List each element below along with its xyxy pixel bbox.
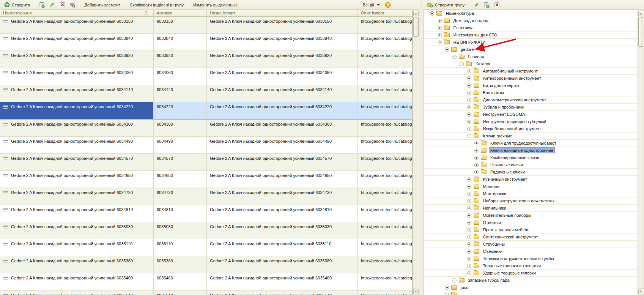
tree-toggle-icon[interactable] xyxy=(445,293,449,295)
tree-item[interactable]: juco xyxy=(424,284,638,291)
table-row[interactable]: Gedore 2 A Ключ накидной односторонний у… xyxy=(0,291,412,295)
tree-item[interactable]: Дом, сад и огород xyxy=(424,17,638,24)
tree-toggle-icon[interactable] xyxy=(467,221,471,225)
tree-item[interactable]: Динамометрический инструмент xyxy=(424,96,638,104)
copy-group-button[interactable] xyxy=(482,1,491,9)
tree-toggle-icon[interactable] xyxy=(438,19,442,23)
tree-toggle-icon[interactable] xyxy=(467,98,471,102)
tree-item[interactable]: Торцевые головки и трещотки xyxy=(424,262,638,270)
scroll-down-button[interactable]: ▼ xyxy=(413,289,419,294)
tree-toggle-icon[interactable] xyxy=(467,134,471,138)
tree-item[interactable]: Автомобильный инструмент xyxy=(424,68,638,75)
tree-item[interactable]: запасные губки, пара xyxy=(424,277,638,284)
tree-item[interactable]: Монтировки xyxy=(424,190,638,197)
create-group-button[interactable]: Створити групу xyxy=(425,1,467,9)
table-row[interactable]: Gedore 2 A Ключ накидной односторонний у… xyxy=(0,137,412,154)
tree-toggle-icon[interactable] xyxy=(445,286,449,290)
tree-toggle-icon[interactable] xyxy=(438,40,442,44)
tree-item[interactable]: Комбинированные ключи xyxy=(424,154,638,161)
table-row[interactable]: Gedore 2 A Ключ накидной односторонний у… xyxy=(0,273,412,290)
tree-toggle-icon[interactable] xyxy=(452,278,457,282)
edit-item-button[interactable] xyxy=(47,1,57,9)
tree-item[interactable]: Наборы инструментов в ложементах xyxy=(424,197,638,205)
tree-toggle-icon[interactable] xyxy=(467,242,471,246)
column-header-artikul[interactable]: Артикул xyxy=(154,10,207,16)
table-row[interactable]: Gedore 2 A Ключ накидной односторонний у… xyxy=(0,154,412,171)
tree-item[interactable]: Осветительные приборы xyxy=(424,212,638,219)
copy-item-button[interactable] xyxy=(37,1,46,9)
tree-toggle-icon[interactable] xyxy=(474,156,479,160)
tree-toggle-icon[interactable] xyxy=(467,185,471,189)
tree-item[interactable]: gedore xyxy=(424,46,638,53)
tree-toggle-icon[interactable] xyxy=(467,177,471,181)
tree-toggle-icon[interactable] xyxy=(467,271,471,275)
table-row[interactable]: Gedore 2 A Ключ накидной односторонний у… xyxy=(0,85,412,102)
tree-item[interactable]: Болторезы xyxy=(424,89,638,96)
table-row[interactable]: Gedore 2 A Ключ накидной односторонний у… xyxy=(0,17,412,34)
tree-item[interactable]: Ключи для труднодоступных мест xyxy=(424,140,638,147)
tree-item[interactable]: Тележки инструментальные и тумбы xyxy=(424,255,638,262)
tree-toggle-icon[interactable] xyxy=(474,163,479,167)
tree-toggle-icon[interactable] xyxy=(467,249,471,254)
tree-toggle-icon[interactable] xyxy=(438,26,442,30)
table-row[interactable]: Gedore 2 A Ключ накидной односторонний у… xyxy=(0,51,412,68)
scroll-thumb[interactable] xyxy=(413,17,419,37)
tree-item[interactable]: Ударные торцевые головки xyxy=(424,270,638,277)
scroll-up-button[interactable]: ▲ xyxy=(413,11,419,16)
tree-item[interactable]: Главная xyxy=(424,53,638,60)
tree-toggle-icon[interactable] xyxy=(460,62,464,66)
tree-item[interactable]: Струбцины xyxy=(424,241,638,248)
tree-toggle-icon[interactable] xyxy=(438,33,442,37)
column-header-import-desc[interactable]: Опис імпорт xyxy=(358,10,413,16)
scroll-up-button[interactable]: ▲ xyxy=(638,11,643,16)
barcode-search-button[interactable] xyxy=(68,1,77,9)
tree-item[interactable]: НЕ ВИГРУЖАТИ xyxy=(424,39,638,46)
tree-toggle-icon[interactable] xyxy=(467,235,471,239)
tree-toggle-icon[interactable] xyxy=(467,120,471,124)
tree-toggle-icon[interactable] xyxy=(467,213,471,218)
tree-item[interactable]: Ключи накидные односторонние xyxy=(424,147,638,154)
edit-selected-button[interactable]: Изменить выделенные xyxy=(191,2,240,8)
tree-item[interactable]: Накидные ключи xyxy=(424,161,638,169)
create-button[interactable]: Створити xyxy=(2,1,32,9)
tree-toggle-icon[interactable] xyxy=(467,69,471,73)
tree-toggle-icon[interactable] xyxy=(445,47,449,52)
delete-group-button[interactable] xyxy=(492,1,501,9)
tree-item[interactable]: Промышленная мебель xyxy=(424,226,638,233)
table-row[interactable]: Gedore 2 A Ключ накидной односторонний у… xyxy=(0,239,412,256)
table-row[interactable]: Gedore 2 A Ключ накидной односторонний у… xyxy=(0,222,412,239)
tree-toggle-icon[interactable] xyxy=(467,84,471,88)
tree-item[interactable]: Съемники xyxy=(424,248,638,255)
tree-toggle-icon[interactable] xyxy=(467,76,471,80)
tree-item[interactable]: Електрика xyxy=(424,24,638,32)
column-header-import-name[interactable]: Назва імпорт xyxy=(207,10,358,16)
tree-item[interactable]: Инструменты для СТО xyxy=(424,32,638,39)
table-row[interactable]: Gedore 2 A Ключ накидной односторонний у… xyxy=(0,256,412,273)
tree-toggle-icon[interactable] xyxy=(467,127,471,131)
tree-item[interactable]: Отвертки xyxy=(424,219,638,226)
tree-item[interactable]: Антикоррозийный инструмент xyxy=(424,75,638,82)
all-actions-button[interactable]: Всі дії xyxy=(361,2,382,8)
tree-toggle-icon[interactable] xyxy=(467,192,471,196)
tree-toggle-icon[interactable] xyxy=(467,199,471,203)
tree-toggle-icon[interactable] xyxy=(474,170,479,174)
tree-item[interactable]: Каталог xyxy=(424,60,638,68)
tree-toggle-icon[interactable] xyxy=(474,141,479,145)
tree-item[interactable]: Напильники xyxy=(424,205,638,212)
add-element-button[interactable]: Добавить элемент xyxy=(82,2,122,8)
tree-toggle-icon[interactable] xyxy=(467,257,471,261)
tree-toggle-icon[interactable] xyxy=(467,264,471,268)
tree-item[interactable] xyxy=(424,291,638,295)
tree-toggle-icon[interactable] xyxy=(474,148,479,153)
table-row[interactable]: Gedore 2 A Ключ накидной односторонний у… xyxy=(0,68,412,85)
tree-toggle-icon[interactable] xyxy=(430,11,434,16)
table-row[interactable]: Gedore 2 A Ключ накидной односторонний у… xyxy=(0,34,412,51)
tree-item[interactable]: Инструмент LOSOMAT xyxy=(424,111,638,118)
delete-item-button[interactable] xyxy=(58,1,67,9)
table-row[interactable]: Gedore 2 A Ключ накидной односторонний у… xyxy=(0,188,412,205)
tree-item[interactable]: Молотки xyxy=(424,183,638,190)
help-button[interactable]: ? xyxy=(383,1,392,9)
table-row[interactable]: Gedore 2 A Ключ накидной односторонний у… xyxy=(0,171,412,188)
tree-toggle-icon[interactable] xyxy=(452,55,457,59)
tree-toggle-icon[interactable] xyxy=(467,91,471,95)
